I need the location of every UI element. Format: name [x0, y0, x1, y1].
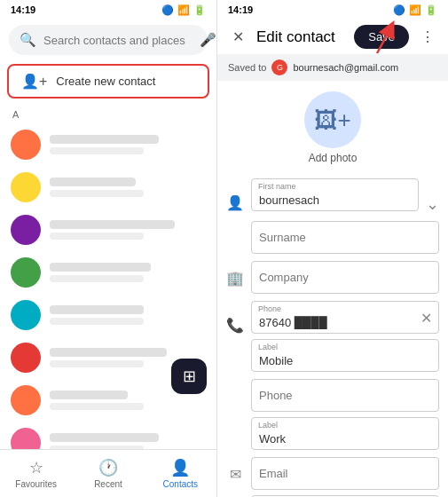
edit-header: ✕ Edit contact Save ⋮	[217, 20, 448, 54]
avatar	[11, 257, 41, 288]
mic-icon[interactable]: 🎤	[200, 32, 216, 48]
email-row: ✉ Label Home Work Other	[217, 454, 448, 497]
email-fields-group: Label Home Work Other	[251, 457, 439, 497]
phone2-input[interactable]	[251, 379, 439, 412]
alpha-label: A	[0, 106, 216, 123]
company-fields-group	[251, 261, 439, 294]
contacts-label: Contacts	[163, 479, 198, 489]
company-row: 🏢	[217, 257, 448, 297]
list-item[interactable]	[0, 251, 216, 294]
list-item[interactable]	[0, 166, 216, 209]
battery-icon-right: 🔋	[425, 4, 437, 16]
surname-input[interactable]	[251, 221, 439, 254]
time-left: 14:19	[11, 4, 35, 15]
surname-fields-group	[251, 221, 439, 254]
status-icons-right: 🔵 📶 🔋	[393, 4, 437, 16]
contact-list: A	[0, 102, 216, 449]
company-field[interactable]	[251, 261, 439, 294]
avatar	[11, 300, 41, 330]
phone2-fields-group: Label Mobile Home Work Other	[251, 379, 439, 450]
clear-phone-icon[interactable]: ✕	[420, 309, 432, 326]
saved-to-label: Saved to	[228, 62, 266, 73]
status-bar-right: 14:19 🔵 📶 🔋	[217, 0, 448, 20]
grid-icon: ⊞	[183, 367, 196, 386]
contact-info	[50, 263, 206, 282]
nav-recent[interactable]: 🕐 Recent	[72, 450, 144, 497]
contact-info	[50, 433, 206, 449]
favourites-icon: ☆	[29, 458, 43, 477]
create-contact-label: Create new contact	[56, 75, 155, 88]
nav-contacts[interactable]: 👤 Contacts	[145, 450, 216, 497]
add-person-icon: 👤+	[21, 73, 47, 90]
left-panel: 14:19 🔵 📶 🔋 🔍 🎤 ⋮ 👤+ Create new contact …	[0, 0, 217, 497]
email-field[interactable]	[251, 457, 439, 490]
close-button[interactable]: ✕	[226, 26, 249, 49]
phone1-fields-group: Phone ✕ Label Mobile Home Work Other	[251, 301, 439, 372]
list-item[interactable]	[0, 123, 216, 166]
avatar	[11, 385, 41, 415]
favourites-label: Favourites	[15, 479, 57, 489]
signal-icon-right: 📶	[409, 4, 421, 16]
company-icon: 🏢	[226, 270, 244, 287]
search-bar[interactable]: 🔍 🎤 ⋮	[9, 25, 208, 55]
contact-info	[50, 178, 206, 197]
phone1-row: 📞 Phone ✕ Label Mobile Home Work Other	[217, 297, 448, 375]
edit-contact-form: 👤 First name ⌄ 🏢	[217, 171, 448, 497]
add-photo-button[interactable]: 🖼+	[304, 91, 361, 148]
phone1-label-select[interactable]: Mobile Home Work Other	[251, 339, 439, 372]
google-account-icon: G	[271, 59, 287, 75]
list-item[interactable]	[0, 294, 216, 336]
bluetooth-icon-right: 🔵	[393, 4, 405, 16]
first-name-field[interactable]: First name	[251, 178, 419, 211]
phone2-field[interactable]	[251, 379, 439, 412]
more-options-button[interactable]: ⋮	[416, 26, 439, 49]
person-icon: 👤	[226, 194, 244, 211]
edit-contact-title: Edit contact	[256, 28, 347, 46]
status-icons-left: 🔵 📶 🔋	[161, 4, 206, 16]
bottom-navigation: ☆ Favourites 🕐 Recent 👤 Contacts	[0, 449, 216, 497]
recent-label: Recent	[94, 479, 122, 489]
email-icon: ✉	[226, 466, 244, 483]
avatar	[11, 130, 41, 160]
first-name-row: 👤 First name ⌄	[217, 175, 448, 217]
create-contact-button[interactable]: 👤+ Create new contact	[7, 64, 209, 99]
search-icon: 🔍	[20, 32, 36, 48]
surname-field[interactable]	[251, 221, 439, 254]
signal-icon: 📶	[177, 4, 190, 16]
save-button[interactable]: Save	[354, 25, 409, 49]
avatar	[11, 343, 41, 373]
fab-button[interactable]: ⊞	[171, 359, 207, 394]
recent-icon: 🕐	[98, 458, 118, 477]
time-right: 14:19	[228, 4, 253, 15]
list-item[interactable]	[0, 422, 216, 449]
saved-to-bar: Saved to G bournesach@gmail.com	[217, 54, 448, 81]
list-item[interactable]	[0, 209, 216, 251]
phone1-input[interactable]	[251, 301, 439, 334]
right-panel: 14:19 🔵 📶 🔋 ✕ Edit contact Save ⋮ Saved …	[217, 0, 448, 497]
company-input[interactable]	[251, 261, 439, 294]
add-photo-icon: 🖼+	[314, 106, 350, 134]
close-icon: ✕	[232, 28, 244, 45]
avatar	[11, 215, 41, 245]
first-name-input[interactable]	[251, 178, 419, 211]
phone1-field[interactable]: Phone ✕	[251, 301, 439, 334]
contact-info	[50, 220, 206, 240]
saved-to-email: bournesach@gmail.com	[293, 62, 398, 73]
bluetooth-icon: 🔵	[161, 4, 174, 16]
surname-row	[217, 217, 448, 257]
email-input[interactable]	[251, 457, 439, 490]
avatar	[11, 428, 41, 449]
expand-icon[interactable]: ⌄	[426, 194, 439, 214]
phone-icon: 📞	[226, 317, 244, 334]
add-photo-area[interactable]: 🖼+ Add photo	[217, 81, 448, 171]
add-photo-label: Add photo	[309, 152, 358, 164]
phone2-label-select[interactable]: Mobile Home Work Other	[251, 417, 439, 450]
more-icon: ⋮	[420, 28, 435, 45]
phone1-label-field[interactable]: Label Mobile Home Work Other	[251, 339, 439, 372]
status-bar-left: 14:19 🔵 📶 🔋	[0, 0, 216, 20]
phone2-label-field[interactable]: Label Mobile Home Work Other	[251, 417, 439, 450]
nav-favourites[interactable]: ☆ Favourites	[0, 450, 72, 497]
avatar	[11, 172, 41, 202]
search-input[interactable]	[43, 34, 193, 47]
phone2-row: Label Mobile Home Work Other	[217, 375, 448, 454]
